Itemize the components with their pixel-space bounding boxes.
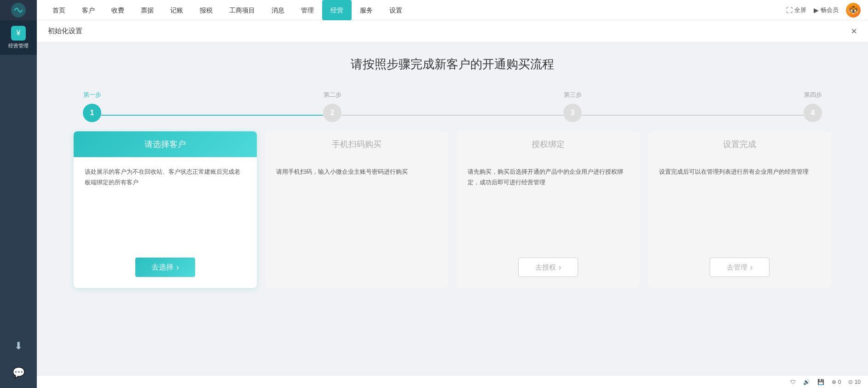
connector-1 bbox=[101, 115, 323, 116]
step-2-label: 第二步 bbox=[324, 91, 341, 99]
step-2-circle: 2 bbox=[323, 104, 341, 122]
status-count-2: ⊙ 10 bbox=[848, 379, 861, 385]
card-4-button[interactable]: 去管理 › bbox=[710, 258, 770, 277]
card-1-header: 请选择客户 bbox=[74, 131, 257, 157]
nav-accounting[interactable]: 记账 bbox=[162, 0, 191, 20]
status-bar: ▶ 完成 🛡 🔊 💾 ⊕ 0 ⊙ 10 bbox=[0, 375, 868, 388]
sidebar-bottom: ⬇ 💬 bbox=[0, 335, 37, 388]
step-1-label: 第一步 bbox=[83, 91, 101, 99]
management-icon: ¥ bbox=[11, 26, 26, 41]
support-button[interactable]: 💬 bbox=[0, 361, 37, 384]
card-3-header: 授权绑定 bbox=[457, 131, 640, 157]
close-button[interactable]: × bbox=[851, 26, 857, 36]
card-4-body: 设置完成后可以在管理列表进行所有企业用户的经营管理 bbox=[648, 157, 831, 258]
nav-customer[interactable]: 客户 bbox=[74, 0, 103, 20]
member-button[interactable]: ▶ 畅会员 bbox=[814, 6, 839, 14]
step-4: 第四步 4 bbox=[804, 91, 822, 122]
avatar[interactable]: 🐯 bbox=[846, 3, 861, 18]
nav-invoices[interactable]: 票据 bbox=[133, 0, 162, 20]
volume-icon: 🔊 bbox=[803, 379, 810, 385]
step-3-label: 第三步 bbox=[564, 91, 582, 99]
card-3-body: 请先购买，购买后选择开通的产品中的企业用户进行授权绑定，成功后即可进行经营管理 bbox=[457, 157, 640, 258]
card-3-button[interactable]: 去授权 › bbox=[518, 258, 578, 277]
card-3-arrow-icon: › bbox=[559, 263, 561, 272]
card-2: 手机扫码购买 请用手机扫码，输入小微企业主账号密码进行购买 bbox=[265, 131, 448, 288]
nav-home[interactable]: 首页 bbox=[44, 0, 74, 20]
nav-business[interactable]: 工商项目 bbox=[221, 0, 263, 20]
status-count-1: ⊕ 0 bbox=[832, 379, 841, 385]
status-bar-right: 🛡 🔊 💾 ⊕ 0 ⊙ 10 bbox=[790, 379, 861, 385]
sidebar-logo bbox=[0, 0, 37, 20]
main-content: 初始化设置 × 请按照步骤完成新客户的开通购买流程 第一步 1 第二步 2 第三… bbox=[37, 20, 868, 388]
shield-icon: 🛡 bbox=[790, 379, 796, 385]
sidebar-item-management[interactable]: ¥ 经营管理 bbox=[0, 20, 37, 55]
card-4-arrow-icon: › bbox=[750, 263, 753, 272]
step-4-circle: 4 bbox=[804, 104, 822, 122]
top-nav: 首页 客户 收费 票据 记账 报税 工商项目 消息 管理 经营 服务 设置 ⛶ … bbox=[37, 0, 868, 20]
sidebar: ¥ 经营管理 ⬇ 💬 bbox=[0, 0, 37, 388]
card-4-header: 设置完成 bbox=[648, 131, 831, 157]
card-1-footer: 去选择 › bbox=[74, 258, 257, 288]
steps-row: 第一步 1 第二步 2 第三步 3 第四步 4 bbox=[64, 91, 840, 122]
nav-fees[interactable]: 收费 bbox=[103, 0, 133, 20]
step-2: 第二步 2 bbox=[323, 91, 341, 122]
card-1: 请选择客户 该处展示的客户为不在回收站、客户状态正常建账后完成老板端绑定的所有客… bbox=[74, 131, 257, 288]
step-3: 第三步 3 bbox=[563, 91, 582, 122]
card-2-header: 手机扫码购买 bbox=[265, 131, 448, 157]
page-title: 初始化设置 bbox=[48, 27, 82, 35]
card-3: 授权绑定 请先购买，购买后选择开通的产品中的企业用户进行授权绑定，成功后即可进行… bbox=[457, 131, 640, 288]
nav-operations[interactable]: 经营 bbox=[322, 0, 352, 20]
card-2-body: 请用手机扫码，输入小微企业主账号密码进行购买 bbox=[265, 157, 448, 277]
step-4-label: 第四步 bbox=[804, 91, 822, 99]
nav-tax[interactable]: 报税 bbox=[191, 0, 221, 20]
download-button[interactable]: ⬇ bbox=[0, 335, 37, 358]
wizard-container: 请按照步骤完成新客户的开通购买流程 第一步 1 第二步 2 第三步 3 bbox=[37, 42, 868, 306]
nav-right: ⛶ 全屏 ▶ 畅会员 🐯 bbox=[786, 3, 861, 18]
nav-manage[interactable]: 管理 bbox=[293, 0, 322, 20]
card-1-body: 该处展示的客户为不在回收站、客户状态正常建账后完成老板端绑定的所有客户 bbox=[74, 157, 257, 258]
nav-settings[interactable]: 设置 bbox=[381, 0, 411, 20]
step-1-circle: 1 bbox=[83, 104, 101, 122]
wizard-title: 请按照步骤完成新客户的开通购买流程 bbox=[64, 56, 840, 72]
connector-3 bbox=[582, 115, 804, 116]
fullscreen-button[interactable]: ⛶ 全屏 bbox=[786, 6, 806, 14]
step-1: 第一步 1 bbox=[83, 91, 101, 122]
connector-2 bbox=[341, 115, 563, 116]
step-3-circle: 3 bbox=[563, 104, 582, 122]
nav-service[interactable]: 服务 bbox=[352, 0, 381, 20]
card-4: 设置完成 设置完成后可以在管理列表进行所有企业用户的经营管理 去管理 › bbox=[648, 131, 831, 288]
save-icon: 💾 bbox=[817, 379, 824, 385]
card-3-footer: 去授权 › bbox=[457, 258, 640, 288]
cards-row: 请选择客户 该处展示的客户为不在回收站、客户状态正常建账后完成老板端绑定的所有客… bbox=[64, 131, 840, 288]
nav-messages[interactable]: 消息 bbox=[263, 0, 293, 20]
card-4-footer: 去管理 › bbox=[648, 258, 831, 288]
card-2-footer bbox=[265, 277, 448, 288]
card-1-button[interactable]: 去选择 › bbox=[135, 258, 195, 277]
card-1-arrow-icon: › bbox=[176, 263, 179, 272]
page-header: 初始化设置 × bbox=[37, 20, 868, 42]
